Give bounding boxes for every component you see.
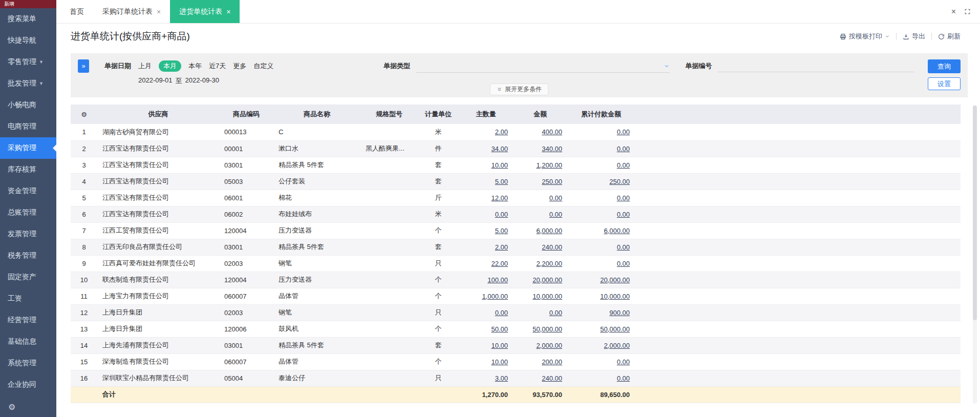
refresh-button[interactable]: 刷新 (932, 32, 967, 41)
cell-value-link[interactable]: 400.00 (542, 128, 562, 136)
cell-value-link[interactable]: 0.00 (617, 145, 630, 153)
date-option-本月[interactable]: 本月 (159, 60, 181, 72)
cell-value-link[interactable]: 20,000.00 (600, 276, 630, 284)
sidebar-item-系统管理[interactable]: 系统管理 (0, 352, 56, 374)
cell-value-link[interactable]: 10.00 (491, 161, 508, 169)
cell-value-link[interactable]: 10.00 (491, 358, 508, 366)
column-header-qty[interactable]: 主数量 (459, 105, 513, 124)
table-row[interactable]: 13上海日升集团120006鼓风机个50.0050,000.0050,000.0… (71, 321, 961, 337)
cell-value-link[interactable]: 0.00 (617, 128, 630, 136)
sidebar-item-税务管理[interactable]: 税务管理 (0, 245, 56, 266)
settings-button[interactable]: 设置 (928, 77, 961, 90)
cell-value-link[interactable]: 1,000.00 (482, 293, 508, 300)
sidebar-item-零售管理[interactable]: 零售管理 ▼ (0, 51, 56, 73)
cell-value-link[interactable]: 0.00 (617, 260, 630, 267)
table-row[interactable]: 10联杰制造有限责任公司120004压力变送器个100.0020,000.002… (71, 272, 961, 288)
sidebar-item-快捷导航[interactable]: 快捷导航 (0, 30, 56, 51)
print-template-button[interactable]: 按模板打印 (834, 32, 896, 41)
date-option-近7天[interactable]: 近7天 (209, 61, 226, 71)
cell-value-link[interactable]: 900.00 (609, 309, 630, 317)
cell-value-link[interactable]: 5.00 (495, 178, 508, 185)
cell-value-link[interactable]: 340.00 (542, 145, 562, 153)
tab-首页[interactable]: 首页 (60, 0, 93, 23)
cell-value-link[interactable]: 250.00 (542, 178, 562, 185)
table-row[interactable]: 8江西无印良品有限责任公司03001精品茶具 5件套套2.00240.000.0… (71, 239, 961, 255)
cell-value-link[interactable]: 0.00 (617, 374, 630, 382)
cell-value-link[interactable]: 2.00 (495, 128, 508, 136)
cell-value-link[interactable]: 3.00 (495, 374, 508, 382)
window-maximize-icon[interactable] (964, 8, 971, 15)
cell-value-link[interactable]: 50.00 (491, 325, 508, 333)
document-type-select[interactable] (416, 59, 670, 73)
cell-value-link[interactable]: 34.00 (491, 145, 508, 153)
table-row[interactable]: 11上海宝力有限责任公司060007晶体管个1,000.0010,000.001… (71, 288, 961, 304)
sidebar-item-总账管理[interactable]: 总账管理 (0, 202, 56, 223)
table-row[interactable]: 16深圳联宝小精品有限责任公司05004泰迪公仔只3.00240.000.00 (71, 370, 961, 386)
table-row[interactable]: 7江西工贸有限责任公司120004压力变送器个5.006,000.006,000… (71, 222, 961, 239)
table-row[interactable]: 12上海日升集团02003钢笔只0.000.00900.00 (71, 304, 961, 321)
cell-value-link[interactable]: 2,200.00 (536, 260, 562, 267)
cell-value-link[interactable]: 22.00 (491, 260, 508, 267)
sidebar-item-采购管理[interactable]: 采购管理 (0, 137, 56, 159)
sidebar-item-搜索菜单[interactable]: 搜索菜单 (0, 8, 56, 30)
date-option-本年[interactable]: 本年 (188, 61, 202, 71)
cell-value-link[interactable]: 5.00 (495, 227, 508, 235)
cell-value-link[interactable]: 0.00 (495, 309, 508, 317)
vertical-scrollbar[interactable] (973, 106, 977, 404)
cell-value-link[interactable]: 0.00 (617, 194, 630, 202)
cell-value-link[interactable]: 0.00 (495, 211, 508, 218)
cell-value-link[interactable]: 10,000.00 (600, 293, 630, 300)
tab-close-icon[interactable]: × (157, 8, 161, 15)
cell-value-link[interactable]: 2.00 (495, 243, 508, 251)
table-row[interactable]: 3江西宝达有限责任公司03001精品茶具 5件套套10.001,200.000.… (71, 157, 961, 173)
date-end[interactable]: 2022-09-30 (185, 76, 220, 86)
date-option-自定义[interactable]: 自定义 (253, 61, 273, 71)
sidebar-item-经营管理[interactable]: 经营管理 (0, 309, 56, 331)
sidebar-item-资金管理[interactable]: 资金管理 (0, 180, 56, 202)
document-number-input[interactable] (718, 59, 914, 72)
tab-采购订单统计表[interactable]: 采购订单统计表 × (93, 0, 170, 23)
cell-value-link[interactable]: 0.00 (617, 161, 630, 169)
expand-more-conditions-button[interactable]: 展开更多条件 (490, 84, 548, 95)
cell-value-link[interactable]: 6,000.00 (604, 227, 630, 235)
cell-value-link[interactable]: 0.00 (617, 358, 630, 366)
sidebar-item-固定资产[interactable]: 固定资产 (0, 266, 56, 288)
cell-value-link[interactable]: 2,000.00 (604, 342, 630, 349)
table-row[interactable]: 14上海先浦有限责任公司03001精品茶具 5件套套10.002,000.002… (71, 337, 961, 353)
date-option-上月[interactable]: 上月 (138, 61, 152, 71)
cell-value-link[interactable]: 50,000.00 (600, 325, 630, 333)
table-row[interactable]: 6江西宝达有限责任公司06002布娃娃绒布米0.000.000.00 (71, 206, 961, 222)
cell-value-link[interactable]: 1,200.00 (536, 161, 562, 169)
table-row[interactable]: 5江西宝达有限责任公司06001棉花斤12.000.000.00 (71, 190, 961, 206)
cell-value-link[interactable]: 240.00 (542, 243, 562, 251)
cell-value-link[interactable]: 0.00 (549, 194, 562, 202)
sidebar-item-发票管理[interactable]: 发票管理 (0, 223, 56, 245)
cell-value-link[interactable]: 200.00 (542, 358, 562, 366)
cell-value-link[interactable]: 0.00 (549, 211, 562, 218)
column-header-amount[interactable]: 金额 (513, 105, 567, 124)
sidebar-item-基础信息[interactable]: 基础信息 (0, 331, 56, 352)
query-button[interactable]: 查询 (928, 59, 961, 73)
export-button[interactable]: 导出 (897, 32, 931, 41)
sidebar-item-批发管理[interactable]: 批发管理 ▼ (0, 73, 56, 94)
column-header-spec[interactable]: 规格型号 (360, 105, 418, 124)
table-row[interactable]: 15深海制造有限责任公司060007晶体管个10.00200.000.00 (71, 353, 961, 370)
sidebar-item-工资[interactable]: 工资 (0, 288, 56, 309)
cell-value-link[interactable]: 0.00 (617, 243, 630, 251)
column-header-unit[interactable]: 计量单位 (418, 105, 459, 124)
gear-icon[interactable]: ⚙ (8, 402, 15, 412)
date-start[interactable]: 2022-09-01 (138, 76, 173, 86)
table-row[interactable]: 1湖南古砂商贸有限公司000013C米2.00400.000.00 (71, 124, 961, 140)
sidebar-item-库存核算[interactable]: 库存核算 (0, 159, 56, 180)
column-header-supplier[interactable]: 供应商 (97, 105, 219, 124)
cell-value-link[interactable]: 240.00 (542, 374, 562, 382)
cell-value-link[interactable]: 50,000.00 (532, 325, 562, 333)
collapse-filter-button[interactable]: » (78, 59, 89, 73)
table-row[interactable]: 4江西宝达有限责任公司05003公仔套装套5.00250.00250.00 (71, 173, 961, 190)
table-row[interactable]: 2江西宝达有限责任公司00001漱口水黑人酷爽果...件34.00340.000… (71, 140, 961, 157)
cell-value-link[interactable]: 2,000.00 (536, 342, 562, 349)
scrollbar-thumb[interactable] (973, 106, 977, 320)
column-header-name[interactable]: 商品名称 (273, 105, 360, 124)
cell-value-link[interactable]: 10,000.00 (532, 293, 562, 300)
window-close-icon[interactable]: × (951, 7, 956, 16)
